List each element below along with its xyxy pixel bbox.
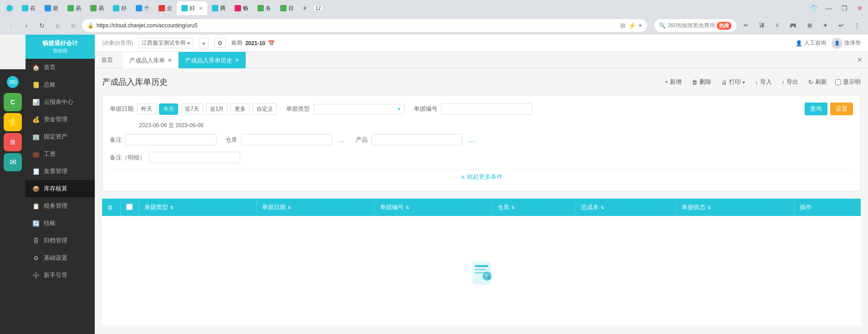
print-button[interactable]: 🖨 打印 ▾ xyxy=(717,76,750,88)
voucher-type-select[interactable]: ▾ xyxy=(313,104,405,114)
tab-hao1[interactable]: 好 xyxy=(108,1,131,15)
tab-zai[interactable]: 在 xyxy=(17,1,40,15)
date-btn-today[interactable]: 今天 xyxy=(159,103,178,115)
table-gear-th[interactable]: ⚙ xyxy=(102,199,120,216)
tab-close-voucher-history[interactable]: ✕ xyxy=(235,57,239,63)
org-selector[interactable]: 江西服宝测试专用 ▾ xyxy=(139,38,193,48)
nav-item-assets[interactable]: 🏢 固定资产 xyxy=(26,128,95,145)
sort-voucher-number-icon[interactable]: ⇅ xyxy=(406,205,409,210)
export-button[interactable]: ↑ 导出 xyxy=(777,76,803,88)
undo-btn[interactable]: ↩ xyxy=(835,19,847,32)
select-all-checkbox[interactable] xyxy=(126,204,133,210)
new-tab-button[interactable]: + xyxy=(298,2,311,15)
date-btn-more[interactable]: 更多 xyxy=(231,103,250,115)
show-detail-checkbox[interactable] xyxy=(835,79,841,85)
collapse-button[interactable]: ∧ 收起更多条件 xyxy=(110,170,853,184)
user-info[interactable]: 👤 徐泽华 xyxy=(832,38,861,49)
warehouse-input[interactable] xyxy=(241,134,332,145)
tab-ge2[interactable]: 各 xyxy=(253,1,276,15)
close-window-button[interactable]: ✕ xyxy=(853,2,866,15)
sort-voucher-date-icon[interactable]: ⇅ xyxy=(288,205,291,210)
tab-teng[interactable]: 腾 xyxy=(207,1,230,15)
tab-yi2[interactable]: 易 xyxy=(86,1,108,15)
sort-total-cost-icon[interactable]: ⇅ xyxy=(601,205,604,210)
note-detail-input[interactable] xyxy=(149,152,240,163)
app-icon-360[interactable]: 360 xyxy=(4,73,22,91)
lightning-icon[interactable]: ⚡ xyxy=(628,22,636,29)
th-total-cost[interactable]: 总成本 ⇅ xyxy=(575,199,676,216)
refresh-btn[interactable]: ↻ 刷新 xyxy=(804,76,832,88)
nav-item-funds[interactable]: 💰 资金管理 xyxy=(26,111,95,128)
nav-item-guide[interactable]: ➕ 新手引导 xyxy=(26,267,95,284)
sort-voucher-status-icon[interactable]: ⇅ xyxy=(707,205,711,210)
show-detail-checkbox-label[interactable]: 显示明 xyxy=(835,78,861,86)
th-voucher-type[interactable]: 单据类型 ⇅ xyxy=(139,199,257,216)
tab-ge[interactable]: 个 xyxy=(131,1,154,15)
tab-close-voucher-list[interactable]: ✕ xyxy=(168,57,172,63)
maximize-button[interactable]: ❐ xyxy=(838,2,851,15)
org-settings-button[interactable]: ⚙ xyxy=(214,38,226,48)
calendar-icon[interactable]: 📅 xyxy=(268,40,275,46)
user-support[interactable]: 👤 人工咨询 xyxy=(796,39,826,47)
nav-item-tax[interactable]: 📋 税务管理 xyxy=(26,197,95,215)
shirt-icon[interactable]: 👕 xyxy=(807,2,820,15)
th-voucher-status[interactable]: 单据状态 ⇅ xyxy=(676,199,794,216)
product-more-icon[interactable]: … xyxy=(466,136,477,144)
note-input[interactable] xyxy=(125,134,216,145)
th-warehouse[interactable]: 仓库 ⇅ xyxy=(492,199,575,216)
tab-hao2-active[interactable]: 好 ✕ xyxy=(177,1,207,15)
new-button[interactable]: + 新增 xyxy=(660,76,686,88)
tab-360[interactable] xyxy=(2,1,17,15)
date-btn-1month[interactable]: 近1月 xyxy=(206,103,228,115)
bookmark-button[interactable]: ☆ xyxy=(67,19,79,32)
warehouse-more-icon[interactable]: … xyxy=(336,136,347,144)
sort-warehouse-icon[interactable]: ⇅ xyxy=(511,205,515,210)
tab-chang[interactable]: 畅 xyxy=(230,1,253,15)
browser-apps-icon[interactable]: ⊞ xyxy=(620,22,626,29)
add-org-button[interactable]: + xyxy=(199,38,209,48)
delete-button[interactable]: 🗑 删除 xyxy=(687,76,716,88)
nav-item-home[interactable]: 🏠 首页 xyxy=(26,59,95,76)
app-icon-star[interactable]: ⭐ xyxy=(4,113,22,131)
grid-btn[interactable]: ⊞ xyxy=(804,19,816,32)
table-checkbox-th[interactable] xyxy=(120,199,139,216)
nav-item-ledger[interactable]: 📒 总账 xyxy=(26,76,95,93)
tab-mu[interactable]: 目 xyxy=(276,1,298,15)
nav-item-reports[interactable]: 📊 云报表中心 xyxy=(26,93,95,111)
app-icon-weibo[interactable]: 微 xyxy=(4,133,22,151)
app-icon-chanjet[interactable]: C xyxy=(4,93,22,111)
date-btn-7days[interactable]: 近7天 xyxy=(181,103,203,115)
tab-counter[interactable]: 12 xyxy=(313,5,323,11)
theme-btn[interactable]: ☀ xyxy=(819,19,832,32)
nav-item-archive[interactable]: 🗄 归档管理 xyxy=(26,232,95,249)
tab-qi[interactable]: 企 xyxy=(154,1,177,15)
translate-btn[interactable]: 译 xyxy=(755,19,768,32)
th-voucher-number[interactable]: 单据编号 ⇅ xyxy=(374,199,492,216)
nav-item-invoice[interactable]: 🧾 发票管理 xyxy=(26,163,95,180)
tab-close-active[interactable]: ✕ xyxy=(199,5,203,11)
tab-xin[interactable]: 新 xyxy=(40,1,63,15)
th-voucher-date[interactable]: 单据日期 ⇅ xyxy=(257,199,375,216)
more-btn[interactable]: ⋮ xyxy=(851,19,863,32)
date-btn-yesterday[interactable]: 昨天 xyxy=(137,103,156,115)
refresh-button[interactable]: ↻ xyxy=(36,19,48,32)
dropdown-arrow-icon[interactable]: ▾ xyxy=(639,22,642,29)
sort-voucher-type-icon[interactable]: ⇅ xyxy=(170,205,174,210)
scissors-btn[interactable]: ✂ xyxy=(740,19,752,32)
app-icon-mail[interactable]: ✉ xyxy=(4,153,22,171)
nav-item-inventory[interactable]: 📦 库存核算 xyxy=(26,180,95,197)
query-button[interactable]: 查询 xyxy=(805,103,827,115)
tab-yi1[interactable]: 易 xyxy=(63,1,86,15)
import-button[interactable]: ↓ 导入 xyxy=(750,76,776,88)
yuan-btn[interactable]: ¥ xyxy=(772,19,782,32)
panel-close-button[interactable]: ✕ xyxy=(851,56,868,64)
nav-item-settings[interactable]: ⚙ 基础设置 xyxy=(26,249,95,267)
date-btn-custom[interactable]: 自定义 xyxy=(252,103,277,115)
address-bar-input[interactable]: 🔒 https://cloud.chanjet.com/accounting/u… xyxy=(82,19,647,32)
game-btn[interactable]: 🎮 xyxy=(786,19,800,32)
nav-item-salary[interactable]: 💼 工资 xyxy=(26,145,95,163)
voucher-number-input[interactable] xyxy=(441,103,532,115)
settings-button[interactable]: 设置 xyxy=(830,103,853,115)
forward-button[interactable]: › xyxy=(20,19,33,32)
tab-voucher-list[interactable]: 产成品入库单 ✕ xyxy=(123,52,179,68)
